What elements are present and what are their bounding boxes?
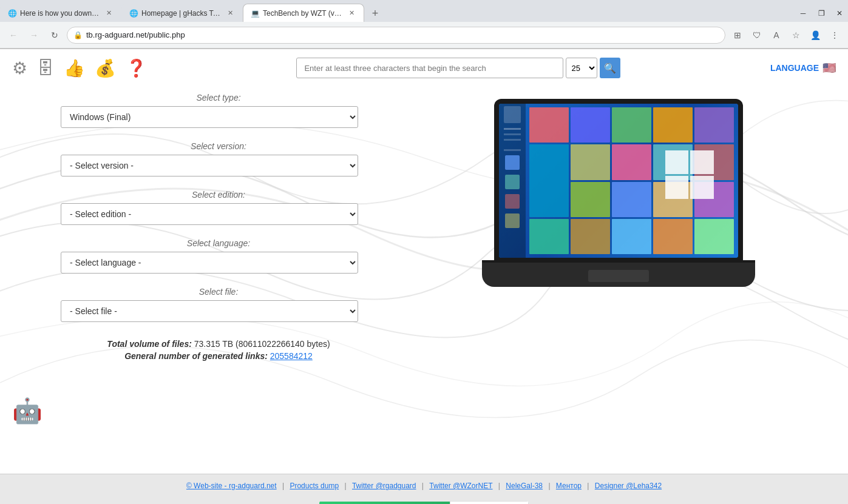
search-button[interactable]: 🔍 xyxy=(600,58,620,78)
mascot-icon: 🤖 xyxy=(12,397,42,425)
sep1: | xyxy=(282,482,284,490)
tab-favicon-3: 💻 xyxy=(251,9,259,18)
type-group: Select type: Windows (Final) xyxy=(61,93,376,139)
reload-button[interactable]: ↻ xyxy=(46,27,63,44)
stats-area: Total volume of files: 73.315 TB (806110… xyxy=(61,339,376,361)
menu-button[interactable]: ⋮ xyxy=(826,27,843,44)
form-area: Select type: Windows (Final) Select vers… xyxy=(61,87,376,363)
total-volume-label: Total volume of files: xyxy=(107,339,192,349)
tab-close-2[interactable]: ✕ xyxy=(225,8,235,18)
language-button[interactable]: LANGUAGE 🇺🇸 xyxy=(770,61,836,75)
status-bar: Ник adguard зарегистрирован! MyNickname.… xyxy=(0,497,848,504)
sep4: | xyxy=(498,482,500,490)
main-area: Select type: Windows (Final) Select vers… xyxy=(0,87,848,375)
page-content: 25 50 100 🔍 LANGUAGE 🇺🇸 Select type: Win… xyxy=(0,49,848,474)
address-bar[interactable]: 🔒 tb.rg-adguard.net/public.php xyxy=(67,27,725,44)
tab-favicon-2: 🌐 xyxy=(129,9,138,18)
tab-label-3: TechBench by WZT (v4.1.1) xyxy=(263,9,343,18)
close-button[interactable]: ✕ xyxy=(831,5,848,22)
sep6: | xyxy=(587,482,589,490)
edition-group: Select edition: - Select edition - xyxy=(61,190,376,236)
search-icon: 🔍 xyxy=(604,62,616,74)
laptop-base xyxy=(482,263,755,287)
lock-icon: 🔒 xyxy=(73,31,83,39)
nickname-badge: Ник adguard зарегистрирован! MyNickname.… xyxy=(319,501,528,504)
tab-label-2: Homepage | gHacks Technology ... xyxy=(141,9,222,18)
file-select[interactable]: - Select file - xyxy=(61,300,358,322)
tab-close-3[interactable]: ✕ xyxy=(347,8,356,18)
version-group: Select version: - Select version - xyxy=(61,141,376,187)
nick-site: MyNickname.com xyxy=(450,501,528,504)
sep5: | xyxy=(548,482,550,490)
laptop-screen-inner xyxy=(499,104,738,258)
copyright-link[interactable]: © Web-site - rg-adguard.net xyxy=(186,482,277,490)
adguard-ext-button[interactable]: 🛡 xyxy=(748,27,765,44)
tab-favicon-1: 🌐 xyxy=(8,9,16,18)
file-group: Select file: - Select file - xyxy=(61,287,376,333)
restore-button[interactable]: ❐ xyxy=(813,5,830,22)
search-input[interactable] xyxy=(296,58,563,78)
file-label: Select file: xyxy=(61,287,376,297)
footer: © Web-site - rg-adguard.net | Products d… xyxy=(0,474,848,497)
browser-chrome: 🌐 Here is how you download any W... ✕ 🌐 … xyxy=(0,0,848,49)
tab-label-1: Here is how you download any W... xyxy=(20,9,100,18)
win10-taskbar xyxy=(499,104,526,258)
like-icon[interactable] xyxy=(64,58,85,78)
help-icon[interactable] xyxy=(126,58,147,78)
tab-2[interactable]: 🌐 Homepage | gHacks Technology ... ✕ xyxy=(121,4,243,22)
back-button[interactable]: ← xyxy=(5,27,22,44)
search-area: 25 50 100 🔍 xyxy=(171,58,746,78)
links-label: General number of generated links: xyxy=(124,351,268,361)
laptop-area xyxy=(401,87,836,363)
flag-icon: 🇺🇸 xyxy=(823,61,836,75)
language-form-label: Select language: xyxy=(61,238,376,248)
win10-logo xyxy=(665,150,726,211)
bookmark-button[interactable]: ☆ xyxy=(787,27,804,44)
sep2: | xyxy=(344,482,346,490)
type-label: Select type: xyxy=(61,93,376,102)
sep3: | xyxy=(422,482,424,490)
profile-button[interactable]: 👤 xyxy=(807,27,824,44)
url-input[interactable]: tb.rg-adguard.net/public.php xyxy=(86,30,719,39)
footer-link-3[interactable]: Twitter @WZorNET xyxy=(429,482,492,490)
footer-link-1[interactable]: Products dump xyxy=(290,482,339,490)
translate-button[interactable]: A xyxy=(768,27,785,44)
win10-desktop xyxy=(499,104,738,258)
language-select[interactable]: - Select language - xyxy=(61,252,358,274)
version-select[interactable]: - Select version - xyxy=(61,155,358,176)
toolbar: 25 50 100 🔍 LANGUAGE 🇺🇸 xyxy=(0,49,848,87)
search-count-select[interactable]: 25 50 100 xyxy=(566,58,597,78)
laptop-image xyxy=(482,99,755,287)
database-icon[interactable] xyxy=(37,58,54,78)
tab-close-1[interactable]: ✕ xyxy=(104,8,114,18)
footer-link-4[interactable]: NeleGal-38 xyxy=(506,482,543,490)
footer-link-2[interactable]: Twitter @rgadguard xyxy=(352,482,416,490)
extensions-button[interactable]: ⊞ xyxy=(729,27,746,44)
type-select[interactable]: Windows (Final) xyxy=(61,106,358,128)
window-controls: ─ ❐ ✕ xyxy=(795,5,848,22)
forward-button[interactable]: → xyxy=(25,27,42,44)
footer-link-5[interactable]: Ментор xyxy=(556,482,582,490)
new-tab-button[interactable]: + xyxy=(367,5,384,22)
language-label: LANGUAGE xyxy=(770,63,819,73)
nav-bar: ← → ↻ 🔒 tb.rg-adguard.net/public.php ⊞ 🛡… xyxy=(0,22,848,49)
footer-link-6[interactable]: Designer @Leha342 xyxy=(595,482,662,490)
tab-1[interactable]: 🌐 Here is how you download any W... ✕ xyxy=(0,4,121,22)
links-value[interactable]: 205584212 xyxy=(270,351,313,361)
tab-3[interactable]: 💻 TechBench by WZT (v4.1.1) ✕ xyxy=(243,4,364,22)
settings-icon[interactable] xyxy=(12,58,27,78)
mascot-area: 🤖 xyxy=(12,397,42,425)
edition-label: Select edition: xyxy=(61,190,376,200)
nav-right: ⊞ 🛡 A ☆ 👤 ⋮ xyxy=(729,27,843,44)
laptop-screen-outer xyxy=(494,99,743,263)
edition-select[interactable]: - Select edition - xyxy=(61,203,358,225)
minimize-button[interactable]: ─ xyxy=(795,5,812,22)
money-icon[interactable] xyxy=(95,58,116,78)
laptop-touchpad xyxy=(588,270,649,282)
tab-bar: 🌐 Here is how you download any W... ✕ 🌐 … xyxy=(0,0,848,22)
nick-text: Ник adguard зарегистрирован! xyxy=(319,502,450,504)
total-volume-value: 73.315 TB (80611022266140 bytes) xyxy=(194,339,330,349)
language-group: Select language: - Select language - xyxy=(61,238,376,284)
toolbar-left xyxy=(12,58,147,78)
version-label: Select version: xyxy=(61,141,376,151)
